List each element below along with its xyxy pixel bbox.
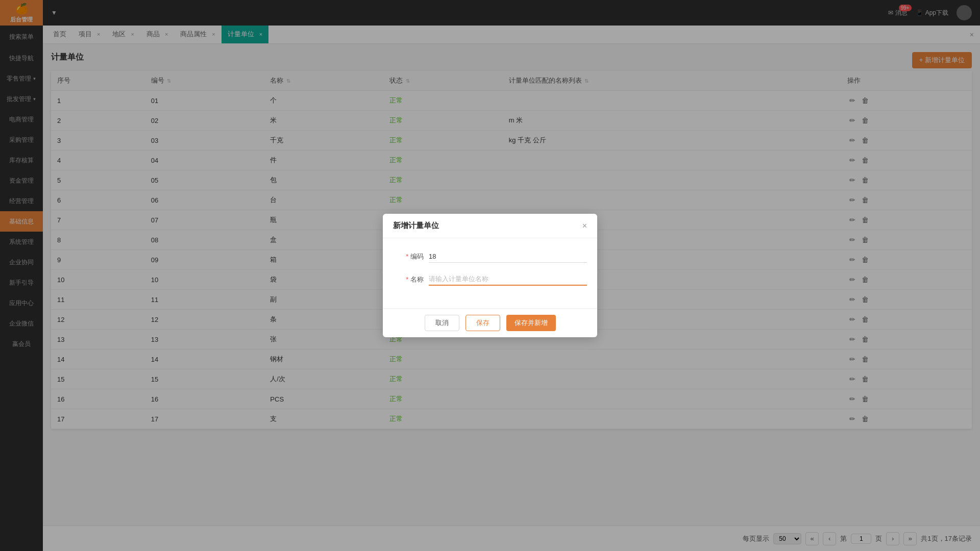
modal-overlay: 新增计量单位 × 编码 名称 取消 保存 保存并新增 [0, 0, 980, 551]
cancel-button[interactable]: 取消 [425, 315, 459, 331]
code-input[interactable] [429, 251, 587, 263]
form-row-code: 编码 [393, 251, 587, 263]
add-measurement-unit-modal: 新增计量单位 × 编码 名称 取消 保存 保存并新增 [383, 214, 597, 337]
form-row-name: 名称 [393, 273, 587, 286]
modal-footer: 取消 保存 保存并新增 [383, 308, 597, 337]
name-label: 名称 [393, 275, 424, 284]
code-label: 编码 [393, 252, 424, 261]
name-input[interactable] [429, 273, 587, 286]
modal-body: 编码 名称 [383, 238, 597, 308]
modal-title: 新增计量单位 [393, 221, 439, 231]
save-button[interactable]: 保存 [465, 315, 500, 331]
modal-header: 新增计量单位 × [383, 214, 597, 238]
modal-close-button[interactable]: × [582, 221, 587, 231]
save-continue-button[interactable]: 保存并新增 [506, 315, 556, 331]
